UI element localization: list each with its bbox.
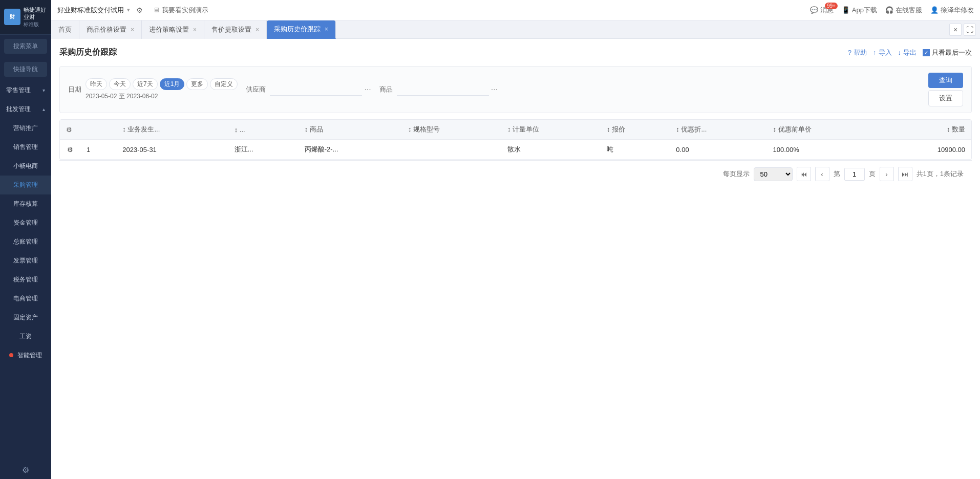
pagination: 每页显示 50 20 100 200 ⏮ ‹ 第 页 › ⏭ 共1页，1条记录	[59, 160, 972, 187]
last-page-button[interactable]: ⏭	[898, 167, 912, 181]
sidebar-item-salary[interactable]: 工资	[0, 327, 51, 346]
user-menu-button[interactable]: 👤 徐泽华修改	[930, 6, 974, 15]
close-icon[interactable]: ×	[131, 26, 134, 33]
th-spec[interactable]: ↕ 规格型号	[402, 120, 501, 140]
settings-button[interactable]: 设置	[928, 90, 963, 106]
row-unit: 散水	[501, 140, 601, 160]
page-actions: ? 帮助 ↑ 导入 ↓ 导出 ✓ 只看最后一次	[848, 48, 972, 57]
supplier-more-icon[interactable]: ···	[364, 85, 371, 94]
settings-icon[interactable]: ⚙	[22, 465, 29, 475]
close-tab-button[interactable]: ×	[949, 24, 962, 36]
message-button[interactable]: 💬 消息 99+	[810, 6, 834, 15]
row-price: 吨	[601, 140, 670, 160]
th-unit[interactable]: ↕ 计量单位	[501, 120, 601, 140]
tab-sale-price[interactable]: 售价提取设置 ×	[204, 20, 267, 39]
online-service-button[interactable]: 🎧 在线客服	[885, 6, 922, 15]
date-1month[interactable]: 近1月	[160, 78, 185, 90]
next-page-button[interactable]: ›	[880, 167, 894, 181]
sidebar-item-purchase[interactable]: 采购管理	[0, 176, 51, 194]
help-link[interactable]: ? 帮助	[848, 48, 867, 57]
row-biz-date: 2023-05-31	[116, 140, 228, 160]
date-range-display: 2023-05-02 至 2023-06-02	[86, 92, 238, 101]
date-more[interactable]: 更多	[186, 78, 208, 90]
page-number-input[interactable]	[844, 168, 865, 181]
th-price[interactable]: ↕ 报价	[601, 120, 670, 140]
tab-home[interactable]: 首页	[51, 20, 79, 39]
sidebar-item-label: 电商管理	[13, 294, 38, 303]
sidebar-item-label: 库存核算	[13, 200, 38, 208]
data-table: ⚙ ↕ 业务发生... ↕ ... ↕ 商品 ↕ 规格型号 ↕ 计量单位 ↕ 报…	[60, 120, 971, 160]
th-quantity[interactable]: ↕ 数量	[881, 120, 971, 140]
date-today[interactable]: 今天	[109, 78, 131, 90]
sidebar-item-sales[interactable]: 销售管理	[0, 138, 51, 157]
date-7days[interactable]: 近7天	[133, 78, 158, 90]
app-logo-icon: 财	[4, 9, 20, 25]
sidebar-item-retail[interactable]: 零售管理 ▾	[0, 81, 51, 100]
quick-nav-button[interactable]: 快捷导航	[4, 62, 47, 77]
sidebar-item-marketing[interactable]: 营销推广	[0, 119, 51, 138]
row-spec	[402, 140, 501, 160]
only-last-check[interactable]: ✓ 只看最后一次	[923, 48, 972, 57]
topbar: 好业财标准版交付试用 ▾ ⚙ 🖥 我要看实例演示 💬 消息 99+ 📱 App下…	[51, 0, 980, 20]
tabbar-controls: × ⛶	[949, 24, 980, 36]
table-header-row: ⚙ ↕ 业务发生... ↕ ... ↕ 商品 ↕ 规格型号 ↕ 计量单位 ↕ 报…	[60, 120, 971, 140]
table-row: ⚙ 1 2023-05-31 浙江... 丙烯酸-2-... 散水 吨 0.00…	[60, 140, 971, 160]
th-goods[interactable]: ↕ 商品	[299, 120, 402, 140]
row-gear[interactable]: ⚙	[60, 140, 80, 160]
demo-link[interactable]: 🖥 我要看实例演示	[153, 6, 208, 15]
date-custom[interactable]: 自定义	[210, 78, 238, 90]
export-icon: ↓	[898, 49, 902, 56]
sidebar-item-wholesale[interactable]: 批发管理 ▴	[0, 100, 51, 119]
app-download-button[interactable]: 📱 App下载	[842, 6, 877, 15]
tab-goods-price[interactable]: 商品价格设置 ×	[79, 20, 142, 39]
th-seq	[80, 120, 116, 140]
sidebar-item-inventory[interactable]: 库存核算	[0, 194, 51, 213]
chevron-down-icon: ▾	[127, 7, 130, 13]
sidebar-item-ecommerce[interactable]: 小畅电商	[0, 157, 51, 176]
sidebar-item-invoice[interactable]: 发票管理	[0, 251, 51, 270]
maximize-button[interactable]: ⛶	[964, 24, 976, 36]
th-discount[interactable]: ↕ 优惠折...	[670, 120, 766, 140]
close-icon[interactable]: ×	[193, 26, 197, 33]
sidebar-search-area[interactable]: 搜索菜单	[0, 35, 51, 58]
th-settings[interactable]: ⚙	[60, 120, 80, 140]
online-service-label: 在线客服	[896, 6, 922, 15]
version-selector[interactable]: 好业财标准版交付试用 ▾	[57, 6, 130, 15]
close-icon[interactable]: ×	[255, 26, 259, 33]
sidebar-item-finance[interactable]: 资金管理	[0, 213, 51, 232]
sidebar-item-ecom2[interactable]: 电商管理	[0, 289, 51, 308]
prev-page-button[interactable]: ‹	[815, 167, 829, 181]
sidebar-item-ledger[interactable]: 总账管理	[0, 232, 51, 251]
per-page-label: 每页显示	[723, 169, 750, 179]
headset-icon: 🎧	[885, 6, 893, 14]
version-text: 好业财标准版交付试用	[57, 6, 124, 15]
sidebar-item-label: 发票管理	[13, 256, 38, 265]
search-menu-button[interactable]: 搜索菜单	[4, 39, 47, 54]
sidebar-item-label: 智能管理	[17, 351, 42, 360]
sidebar-quicknav-area[interactable]: 快捷导航	[0, 58, 51, 81]
sidebar-logo: 财 畅捷通好业财 标准版	[0, 0, 51, 35]
date-yesterday[interactable]: 昨天	[86, 78, 107, 90]
row-seq: 1	[80, 140, 116, 160]
goods-more-icon[interactable]: ···	[491, 85, 498, 94]
export-link[interactable]: ↓ 导出	[898, 48, 917, 57]
topbar-gear-icon[interactable]: ⚙	[136, 6, 143, 14]
supplier-input[interactable]	[270, 83, 362, 96]
th-extra[interactable]: ↕ ...	[228, 120, 299, 140]
th-pre-discount-price[interactable]: ↕ 优惠前单价	[766, 120, 881, 140]
close-icon[interactable]: ×	[325, 26, 328, 33]
per-page-select[interactable]: 50 20 100 200	[754, 167, 793, 181]
row-discount: 0.00	[670, 140, 766, 160]
import-link[interactable]: ↑ 导入	[873, 48, 892, 57]
first-page-button[interactable]: ⏮	[797, 167, 811, 181]
goods-input[interactable]	[397, 83, 489, 96]
query-button[interactable]: 查询	[928, 73, 963, 88]
message-badge: 99+	[825, 3, 838, 9]
th-biz-date[interactable]: ↕ 业务发生...	[116, 120, 228, 140]
tab-purchase-history[interactable]: 采购历史价跟踪 ×	[267, 20, 336, 39]
sidebar-item-assets[interactable]: 固定资产	[0, 308, 51, 327]
sidebar-item-tax[interactable]: 税务管理	[0, 270, 51, 289]
supplier-filter: 供应商 ···	[246, 83, 371, 96]
tab-purchase-price[interactable]: 进价策略设置 ×	[142, 20, 204, 39]
sidebar-item-ai[interactable]: 智能管理	[0, 346, 51, 365]
